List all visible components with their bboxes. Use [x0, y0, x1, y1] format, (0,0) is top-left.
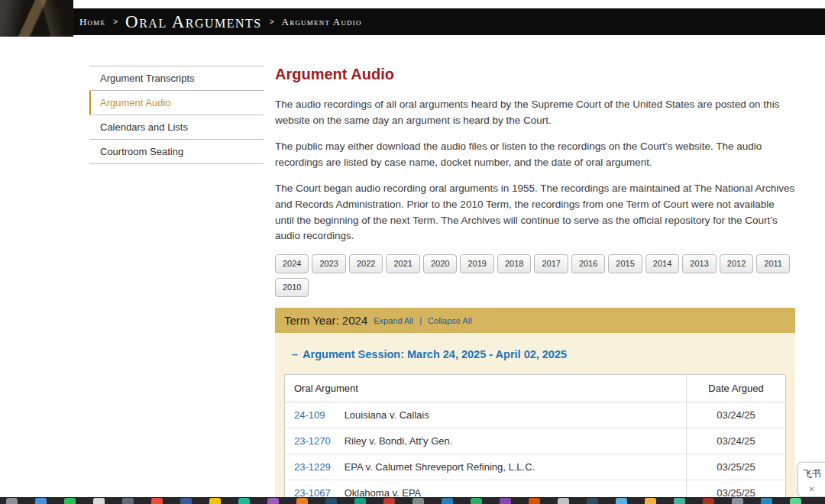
year-button-2017[interactable]: 2017 [534, 254, 568, 273]
taskbar-app-icon[interactable] [790, 498, 801, 504]
page-content: Argument Transcripts Argument Audio Cale… [0, 37, 825, 504]
feishu-popup-label: 飞书 [801, 467, 823, 480]
sidebar-item-argument-transcripts[interactable]: Argument Transcripts [89, 66, 264, 90]
intro-paragraph-2: The public may either download the audio… [275, 139, 795, 171]
year-button-2018[interactable]: 2018 [497, 254, 531, 273]
taskbar-app-icon[interactable] [180, 498, 192, 504]
date-argued: 03/25/25 [687, 454, 786, 480]
year-button-2022[interactable]: 2022 [349, 254, 383, 273]
table-row: 23-1270 Riley v. Bondi, Att'y Gen. 03/24… [285, 428, 786, 454]
year-button-2024[interactable]: 2024 [275, 254, 309, 273]
taskbar-app-icon[interactable] [558, 498, 569, 504]
taskbar-app-icon[interactable] [383, 498, 395, 504]
breadcrumb: Home > Oral Arguments > Argument Audio [79, 8, 362, 35]
expand-all-link[interactable]: Expand All [374, 316, 413, 325]
taskbar[interactable] [0, 497, 825, 504]
taskbar-app-icon[interactable] [122, 498, 134, 504]
breadcrumb-oral-arguments-link[interactable]: Oral Arguments [125, 12, 262, 32]
argument-session-header[interactable]: –Argument Session: March 24, 2025 - Apri… [284, 333, 786, 374]
breadcrumb-home-link[interactable]: Home [79, 16, 105, 28]
year-button-2014[interactable]: 2014 [645, 254, 679, 273]
date-argued: 03/24/25 [687, 428, 786, 454]
term-year-filter: 2024 2023 2022 2021 2020 2019 2018 2017 … [275, 254, 795, 297]
site-header: Home > Oral Arguments > Argument Audio [0, 0, 825, 37]
breadcrumb-separator-icon: > [270, 18, 274, 26]
sidebar-item-argument-audio[interactable]: Argument Audio [89, 90, 264, 115]
intro-paragraph-3: The Court began audio recording oral arg… [275, 181, 795, 245]
page-title: Argument Audio [275, 66, 795, 83]
popup-close-icon[interactable]: ✕ [801, 485, 823, 493]
main-content: Argument Audio The audio recordings of a… [275, 66, 795, 504]
collapse-all-link[interactable]: Collapse All [428, 316, 471, 325]
year-button-2012[interactable]: 2012 [720, 254, 753, 273]
year-button-2013[interactable]: 2013 [682, 254, 716, 273]
docket-link[interactable]: 23-1229 [294, 461, 341, 473]
taskbar-app-icon[interactable] [6, 498, 18, 504]
feishu-popup: 飞书 ✕ [798, 462, 825, 497]
taskbar-app-icon[interactable] [325, 498, 337, 504]
taskbar-icons [0, 497, 825, 504]
year-button-2011[interactable]: 2011 [756, 254, 790, 273]
table-row: 24-109 Louisiana v. Callais 03/24/25 [285, 402, 786, 428]
taskbar-app-icon[interactable] [238, 498, 250, 504]
taskbar-app-icon[interactable] [587, 498, 598, 504]
taskbar-app-icon[interactable] [412, 498, 424, 504]
taskbar-app-icon[interactable] [296, 498, 308, 504]
taskbar-app-icon[interactable] [209, 498, 221, 504]
argument-session-panel: –Argument Session: March 24, 2025 - Apri… [275, 333, 795, 504]
docket-link[interactable]: 23-1270 [294, 435, 341, 447]
taskbar-app-icon[interactable] [267, 498, 279, 504]
screen: Home > Oral Arguments > Argument Audio A… [0, 0, 825, 504]
case-name: Riley v. Bondi, Att'y Gen. [345, 435, 453, 447]
taskbar-app-icon[interactable] [500, 498, 511, 504]
taskbar-app-icon[interactable] [354, 498, 366, 504]
taskbar-app-icon[interactable] [529, 498, 540, 504]
year-button-2019[interactable]: 2019 [460, 254, 493, 273]
argument-session-label: Argument Session: March 24, 2025 - April… [302, 348, 567, 360]
intro-paragraph-1: The audio recordings of all oral argumen… [275, 97, 795, 129]
taskbar-app-icon[interactable] [616, 498, 627, 504]
docket-link[interactable]: 24-109 [294, 409, 341, 421]
sidebar: Argument Transcripts Argument Audio Cale… [89, 66, 264, 164]
expand-collapse-separator: | [419, 316, 422, 325]
taskbar-app-icon[interactable] [442, 498, 453, 504]
taskbar-app-icon[interactable] [645, 498, 656, 504]
breadcrumb-argument-audio-link[interactable]: Argument Audio [282, 16, 362, 28]
breadcrumb-separator-icon: > [113, 18, 118, 26]
year-button-2023[interactable]: 2023 [312, 254, 345, 273]
year-button-2010[interactable]: 2010 [275, 278, 309, 297]
column-header-date-argued: Date Argued [687, 375, 786, 402]
collapse-toggle-icon[interactable]: – [292, 348, 298, 360]
taskbar-app-icon[interactable] [151, 498, 163, 504]
table-row: 23-1229 EPA v. Calumet Shreveport Refini… [285, 454, 786, 480]
term-year-label: Term Year: 2024 [284, 314, 367, 327]
oral-arguments-table: Oral Argument Date Argued 24-109 Louisia… [284, 374, 786, 504]
date-argued: 03/24/25 [687, 402, 786, 428]
year-button-2020[interactable]: 2020 [423, 254, 457, 273]
table-header-row: Oral Argument Date Argued [285, 375, 786, 402]
column-header-oral-argument: Oral Argument [285, 375, 687, 402]
taskbar-app-icon[interactable] [471, 498, 482, 504]
taskbar-app-icon[interactable] [703, 498, 714, 504]
taskbar-app-icon[interactable] [761, 498, 772, 504]
sidebar-item-calendars-and-lists[interactable]: Calendars and Lists [89, 115, 264, 139]
taskbar-app-icon[interactable] [93, 498, 105, 504]
case-name: Louisiana v. Callais [345, 409, 429, 421]
year-button-2021[interactable]: 2021 [386, 254, 419, 273]
year-button-2015[interactable]: 2015 [608, 254, 642, 273]
taskbar-app-icon[interactable] [35, 498, 47, 504]
taskbar-app-icon[interactable] [732, 498, 743, 504]
year-button-2016[interactable]: 2016 [571, 254, 605, 273]
court-building-image [0, 0, 73, 37]
taskbar-app-icon[interactable] [674, 498, 685, 504]
sidebar-item-courtroom-seating[interactable]: Courtroom Seating [89, 139, 264, 163]
taskbar-app-icon[interactable] [64, 498, 76, 504]
case-name: EPA v. Calumet Shreveport Refining, L.L.… [345, 461, 535, 473]
term-year-bar: Term Year: 2024 Expand All | Collapse Al… [275, 308, 795, 333]
